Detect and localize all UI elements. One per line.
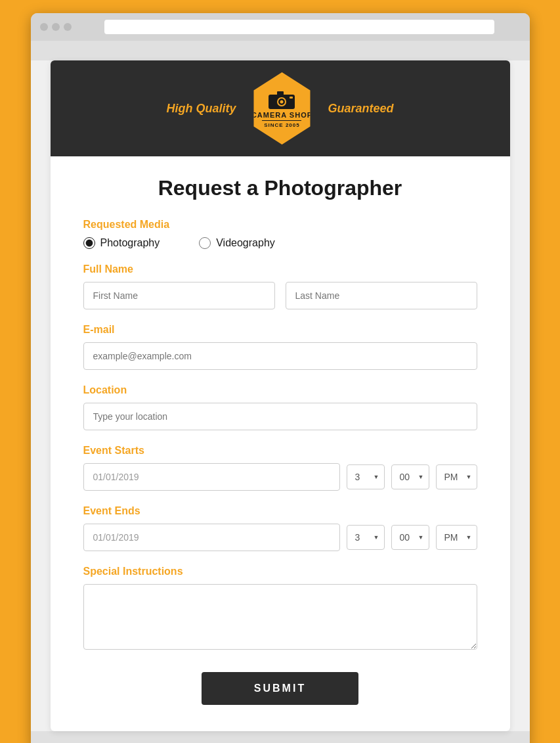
location-label: Location <box>83 384 477 396</box>
event-starts-minute[interactable]: 00153045 <box>391 464 429 489</box>
logo-text-since: SINCE 2005 <box>264 122 299 128</box>
event-starts-minute-wrapper: 00153045 <box>391 464 429 489</box>
event-starts-hour-wrapper: 3456 78910 1112 <box>347 464 385 489</box>
address-bar[interactable] <box>104 20 494 34</box>
email-input[interactable] <box>83 342 477 370</box>
radio-photography-input[interactable] <box>83 237 95 249</box>
name-input-row <box>83 282 477 309</box>
camera-icon <box>269 89 295 110</box>
event-starts-ampm-wrapper: AMPM <box>436 464 477 489</box>
browser-dot-green <box>64 23 72 31</box>
event-ends-hour-wrapper: 3456 78910 1112 <box>347 525 385 550</box>
radio-videography-input[interactable] <box>199 237 211 249</box>
browser-dot-red <box>40 23 48 31</box>
browser-dot-yellow <box>52 23 60 31</box>
radio-photography-label: Photography <box>100 237 160 249</box>
first-name-input[interactable] <box>83 282 275 309</box>
special-instructions-group: Special Instructions <box>83 566 477 652</box>
last-name-input[interactable] <box>286 282 477 309</box>
requested-media-label: Requested Media <box>83 219 477 231</box>
event-ends-group: Event Ends 3456 78910 1112 0 <box>83 505 477 551</box>
svg-point-5 <box>280 100 284 103</box>
location-group: Location <box>83 384 477 430</box>
tagline-right: Guaranteed <box>328 102 393 116</box>
email-group: E-mail <box>83 324 477 370</box>
event-ends-label: Event Ends <box>83 505 477 517</box>
event-ends-minute-wrapper: 00153045 <box>391 525 429 550</box>
radio-group: Photography Videography <box>83 237 477 249</box>
submit-button[interactable]: SUBMIT <box>202 672 358 705</box>
logo-inner: CAMERA SHOP SINCE 2005 <box>251 89 312 128</box>
radio-photography-option[interactable]: Photography <box>83 237 160 249</box>
logo-badge: CAMERA SHOP SINCE 2005 <box>249 72 314 145</box>
tagline-left: High Quality <box>166 102 236 116</box>
full-name-label: Full Name <box>83 263 477 275</box>
requested-media-group: Requested Media Photography Videography <box>83 219 477 249</box>
event-ends-date[interactable] <box>83 524 340 551</box>
browser-window: High Quality <box>31 13 530 743</box>
event-starts-group: Event Starts 3456 78910 1112 <box>83 445 477 491</box>
location-input[interactable] <box>83 403 477 430</box>
event-starts-ampm[interactable]: AMPM <box>436 464 477 489</box>
radio-videography-option[interactable]: Videography <box>199 237 275 249</box>
form-title: Request a Photographer <box>83 176 477 200</box>
event-ends-row: 3456 78910 1112 00153045 <box>83 524 477 551</box>
event-ends-minute[interactable]: 00153045 <box>391 525 429 550</box>
page-wrapper: High Quality <box>31 60 530 731</box>
browser-dots <box>40 23 72 31</box>
event-starts-label: Event Starts <box>83 445 477 457</box>
event-ends-hour[interactable]: 3456 78910 1112 <box>347 525 385 550</box>
svg-rect-4 <box>290 97 293 99</box>
logo-divider <box>262 120 301 121</box>
header-banner: High Quality <box>51 60 510 156</box>
full-name-group: Full Name <box>83 263 477 309</box>
browser-toolbar <box>31 13 530 41</box>
radio-videography-label: Videography <box>216 237 275 249</box>
email-label: E-mail <box>83 324 477 336</box>
special-instructions-input[interactable] <box>83 584 477 650</box>
main-card: High Quality <box>51 60 510 731</box>
event-starts-date[interactable] <box>83 463 340 491</box>
logo-text-main: CAMERA SHOP <box>251 112 312 119</box>
svg-rect-3 <box>277 91 284 95</box>
form-body: Request a Photographer Requested Media P… <box>51 156 510 731</box>
event-starts-row: 3456 78910 1112 00153045 <box>83 463 477 491</box>
special-instructions-label: Special Instructions <box>83 566 477 577</box>
event-ends-ampm[interactable]: AMPM <box>436 525 477 550</box>
event-ends-ampm-wrapper: AMPM <box>436 525 477 550</box>
event-starts-hour[interactable]: 3456 78910 1112 <box>347 464 385 489</box>
logo-hexagon: CAMERA SHOP SINCE 2005 <box>249 72 314 145</box>
